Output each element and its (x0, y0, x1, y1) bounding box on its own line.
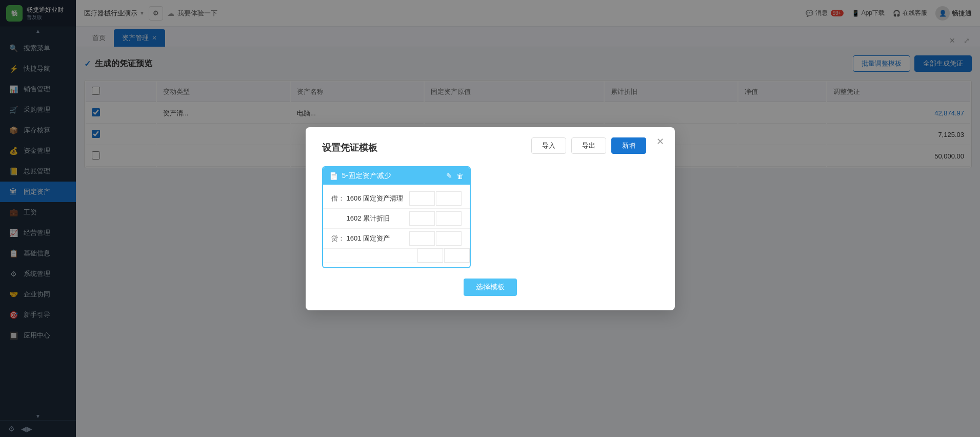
credit-account-1: 1601 固定资产 (347, 234, 408, 243)
export-button[interactable]: 导出 (571, 137, 606, 154)
modal: 设置凭证模板 导入 导出 新增 ✕ 📄 5-固定资产减少 ✎ 🗑 (306, 127, 675, 310)
template-row-debit-2: 1602 累计折旧 (323, 209, 470, 229)
empty-cell-b (444, 248, 470, 263)
credit-cells-1 (408, 231, 462, 246)
empty-cells (416, 248, 470, 263)
template-header-actions: ✎ 🗑 (446, 172, 464, 180)
template-card-header: 📄 5-固定资产减少 ✎ 🗑 (323, 167, 470, 185)
debit-account-2: 1602 累计折旧 (347, 214, 408, 223)
template-row-debit-1: 借： 1606 固定资产清理 (323, 189, 470, 209)
modal-header-actions: 导入 导出 新增 (531, 137, 646, 154)
credit-cell-1b (436, 231, 462, 246)
debit-label-1: 借： (331, 194, 347, 203)
new-template-button[interactable]: 新增 (611, 137, 646, 154)
template-doc-icon: 📄 (329, 172, 338, 180)
close-icon: ✕ (656, 136, 664, 147)
modal-overlay: 设置凭证模板 导入 导出 新增 ✕ 📄 5-固定资产减少 ✎ 🗑 (0, 0, 980, 437)
debit-cell-1b (436, 191, 462, 206)
template-row-credit-1: 贷： 1601 固定资产 (323, 229, 470, 249)
template-name: 5-固定资产减少 (342, 171, 391, 181)
template-edit-icon[interactable]: ✎ (446, 172, 452, 180)
template-empty-row (323, 249, 470, 263)
debit-cell-1a (409, 191, 435, 206)
empty-cell-a (417, 248, 443, 263)
credit-cell-1a (409, 231, 435, 246)
debit-cell-2b (436, 211, 462, 226)
select-template-button[interactable]: 选择模板 (464, 279, 517, 296)
debit-account-1: 1606 固定资产清理 (347, 194, 408, 203)
template-header-left: 📄 5-固定资产减少 (329, 171, 391, 181)
debit-cells-2 (408, 211, 462, 226)
template-card-body: 借： 1606 固定资产清理 1602 累计折旧 贷： (323, 185, 470, 267)
debit-cell-2a (409, 211, 435, 226)
template-card: 📄 5-固定资产减少 ✎ 🗑 借： 1606 固定资产清理 (322, 166, 471, 268)
import-button[interactable]: 导入 (531, 137, 566, 154)
debit-cells-1 (408, 191, 462, 206)
template-delete-icon[interactable]: 🗑 (456, 172, 464, 180)
credit-label-1: 贷： (331, 234, 347, 243)
modal-close-button[interactable]: ✕ (654, 135, 667, 148)
